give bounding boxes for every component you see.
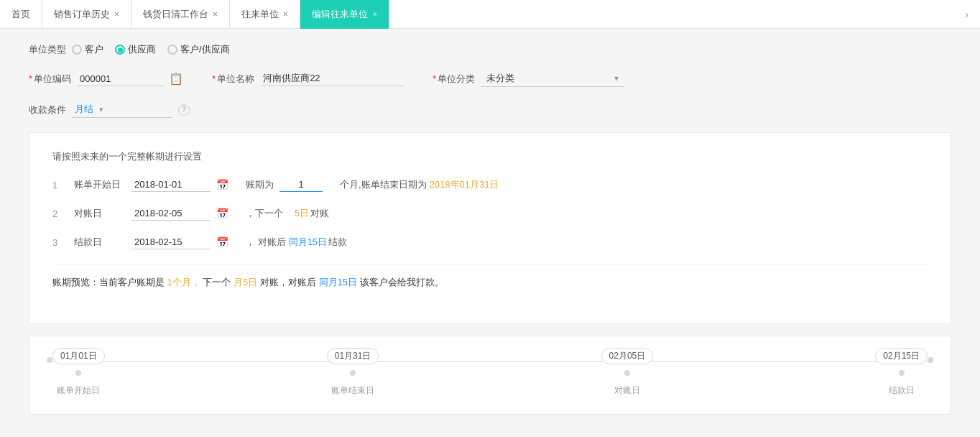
timeline-right-dot [928, 357, 933, 363]
tab-cash-work[interactable]: 钱货日清工作台 × [131, 0, 230, 29]
unit-category-arrow: ▾ [614, 73, 619, 83]
preview-highlight3: 同月15日 [319, 277, 357, 288]
radio-both-circle [167, 45, 177, 55]
row-3-label: 结款日 [74, 236, 131, 249]
unit-name-field: *单位名称 [212, 72, 404, 86]
tab-partner-unit-close[interactable]: × [283, 9, 288, 19]
row-3-suffix: 结款 [328, 236, 347, 249]
tab-sales-history-label: 销售订单历史 [54, 8, 110, 21]
payment-terms-arrow: ▾ [99, 105, 103, 114]
row-3-prefix: ， 对账后 [246, 236, 286, 249]
tab-edit-unit-close[interactable]: × [372, 9, 377, 19]
row-2-num: 2 [52, 208, 74, 219]
row-1-suffix: 个月,账单结束日期为 [340, 178, 427, 191]
unit-code-field: *单位编码 📋 [29, 72, 183, 86]
period-input[interactable] [279, 178, 323, 192]
radio-group-unit-type: 客户 供应商 客户/供应商 [72, 43, 230, 56]
tab-partner-unit[interactable]: 往来单位 × [230, 0, 300, 29]
radio-both[interactable]: 客户/供应商 [167, 43, 230, 56]
row-3-date-input[interactable] [131, 235, 211, 249]
row-1-num: 1 [52, 180, 74, 190]
unit-code-label: *单位编码 [29, 73, 71, 86]
row-1-end-date: 2018年01月31日 [430, 178, 499, 191]
copy-icon[interactable]: 📋 [169, 72, 183, 86]
unit-type-field: 单位类型 客户 供应商 客户/供应商 [29, 43, 230, 56]
timeline-wrapper: 01月01日 账单开始日 01月31日 账单结束日 02月05日 对账日 [47, 348, 933, 397]
unit-details-row: *单位编码 📋 *单位名称 *单位分类 未分类 ▾ [29, 70, 951, 87]
row-3-num: 3 [52, 237, 74, 248]
tab-sales-history-close[interactable]: × [114, 9, 119, 19]
tab-partner-unit-label: 往来单位 [241, 8, 279, 21]
preview-period: 1个月， [167, 277, 200, 288]
row-2-date-input[interactable] [131, 206, 211, 221]
radio-customer-circle [72, 45, 82, 55]
timeline-nodes: 01月01日 账单开始日 01月31日 账单结束日 02月05日 对账日 [52, 348, 928, 397]
radio-supplier[interactable]: 供应商 [115, 43, 156, 56]
node-1-dot [75, 370, 81, 376]
tab-sales-history[interactable]: 销售订单历史 × [42, 0, 131, 29]
payment-terms-value: 月结 [75, 103, 93, 116]
row-1-label: 账单开始日 [74, 178, 131, 191]
node-3-badge: 02月05日 [601, 348, 654, 364]
timeline-left-dot [47, 357, 52, 363]
tab-edit-unit-label: 编辑往来单位 [312, 8, 368, 21]
timeline-node-1: 01月01日 账单开始日 [52, 348, 105, 397]
tab-cash-work-close[interactable]: × [213, 9, 218, 19]
node-1-badge: 01月01日 [52, 348, 105, 364]
unit-category-star: * [433, 73, 436, 84]
radio-customer-label: 客户 [85, 43, 103, 56]
timeline-section: 01月01日 账单开始日 01月31日 账单结束日 02月05日 对账日 [29, 336, 951, 415]
tab-edit-unit[interactable]: 编辑往来单位 × [300, 0, 389, 29]
unit-name-label: *单位名称 [212, 73, 254, 86]
row-2-highlight: 5日 [295, 207, 309, 220]
settings-panel: 请按照未来的一个完整帐期进行设置 1 账单开始日 📅 账期为 个月,账单结束日期… [29, 132, 951, 324]
payment-terms-field: 收款条件 月结 ▾ ? [29, 101, 190, 118]
payment-terms-row: 收款条件 月结 ▾ ? [29, 101, 951, 118]
payment-terms-select[interactable]: 月结 ▾ [72, 101, 172, 118]
unit-name-input[interactable] [260, 72, 404, 86]
node-4-label: 结款日 [889, 385, 915, 397]
unit-type-row: 单位类型 客户 供应商 客户/供应商 [29, 43, 951, 56]
tab-home-label: 首页 [11, 8, 30, 21]
node-3-label: 对账日 [614, 385, 640, 397]
tab-cash-work-label: 钱货日清工作台 [143, 8, 208, 21]
tabs-chevron[interactable]: › [959, 9, 974, 20]
preview-text4: 该客户会给我打款。 [360, 277, 444, 288]
radio-both-label: 客户/供应商 [180, 43, 230, 56]
main-content: 单位类型 客户 供应商 客户/供应商 *单位编码 [0, 29, 980, 429]
radio-customer[interactable]: 客户 [72, 43, 103, 56]
tab-home[interactable]: 首页 [6, 0, 42, 29]
node-2-dot [350, 370, 356, 376]
tabs-bar: 首页 销售订单历史 × 钱货日清工作台 × 往来单位 × 编辑往来单位 × › [0, 0, 980, 29]
row-1-calendar-icon[interactable]: 📅 [216, 179, 228, 190]
unit-code-input[interactable] [77, 72, 163, 86]
row-1-date-input[interactable] [131, 178, 211, 192]
preview-text3: 对账，对账后 [260, 277, 319, 288]
row-3-highlight: 同月15日 [289, 236, 327, 249]
radio-supplier-label: 供应商 [128, 43, 156, 56]
row-2-calendar-icon[interactable]: 📅 [216, 208, 228, 219]
setting-row-1: 1 账单开始日 📅 账期为 个月,账单结束日期为 2018年01月31日 [52, 178, 928, 192]
unit-type-label: 单位类型 [29, 43, 66, 56]
row-1-prefix: 账期为 [246, 178, 274, 191]
row-2-prefix: ，下一个 [246, 207, 283, 220]
node-4-badge: 02月15日 [875, 348, 928, 364]
timeline-inner: 01月01日 账单开始日 01月31日 账单结束日 02月05日 对账日 [52, 348, 928, 397]
node-2-label: 账单结束日 [331, 385, 374, 397]
unit-category-value: 未分类 [486, 72, 614, 85]
timeline-node-3: 02月05日 对账日 [601, 348, 654, 397]
panel-instruction: 请按照未来的一个完整帐期进行设置 [52, 150, 928, 163]
setting-row-3: 3 结款日 📅 ， 对账后 同月15日 结款 [52, 235, 928, 249]
row-3-calendar-icon[interactable]: 📅 [216, 236, 228, 248]
node-1-label: 账单开始日 [57, 385, 100, 397]
unit-name-star: * [212, 73, 216, 84]
unit-category-select[interactable]: 未分类 ▾ [481, 70, 624, 87]
row-2-label: 对账日 [74, 207, 131, 220]
help-icon[interactable]: ? [178, 104, 190, 116]
node-2-badge: 01月31日 [327, 348, 379, 364]
node-3-dot [624, 370, 630, 376]
preview-label: 账期预览：当前客户账期是 [52, 277, 167, 288]
node-4-dot [899, 370, 905, 376]
unit-category-field: *单位分类 未分类 ▾ [433, 70, 624, 87]
radio-supplier-circle [115, 45, 125, 55]
